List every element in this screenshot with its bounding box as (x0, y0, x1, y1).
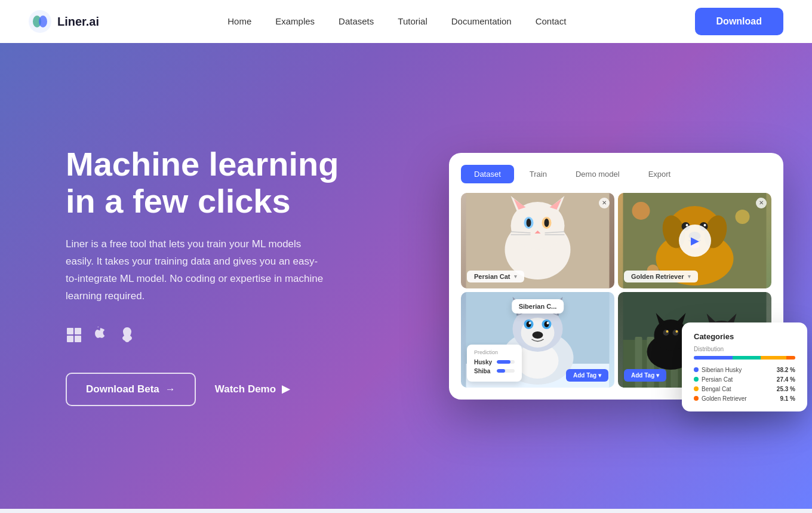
svg-point-25 (736, 210, 750, 224)
bar-seg-husky (694, 356, 733, 360)
nav-contact[interactable]: Contact (536, 16, 567, 26)
category-row-1: Persian Cat 27.4 % (694, 376, 795, 383)
siberian-tooltip: Siberian C... (512, 299, 564, 314)
brand-name: Liner.ai (57, 15, 99, 29)
cat-name-3: Golden Retriever (702, 395, 780, 402)
cat-dot-3 (694, 396, 699, 401)
svg-rect-3 (67, 328, 73, 334)
svg-point-72 (663, 330, 669, 336)
linux-icon (119, 327, 135, 348)
prediction-row-shiba: Shiba (474, 368, 515, 374)
os-icons (66, 327, 376, 348)
nav-links: Home Examples Datasets Tutorial Document… (227, 16, 566, 27)
category-row-0: Siberian Husky 38.2 % (694, 367, 795, 373)
hero-left: Machine learningin a few clicks Liner is… (66, 146, 376, 406)
svg-point-81 (676, 330, 678, 333)
download-beta-button[interactable]: Download Beta → (66, 373, 196, 406)
cat-image-box: ✕ Persian Cat ▾ (461, 193, 614, 288)
hero-section: Machine learningin a few clicks Liner is… (0, 43, 812, 509)
prediction-row-husky: Husky (474, 359, 515, 365)
download-beta-arrow: → (165, 383, 176, 395)
cat-dot-0 (694, 367, 699, 372)
cat-label[interactable]: Persian Cat ▾ (467, 271, 524, 282)
svg-point-35 (704, 224, 706, 226)
bar-seg-bengal (761, 356, 786, 360)
svg-point-53 (547, 322, 549, 324)
nav-tutorial[interactable]: Tutorial (398, 16, 427, 26)
svg-point-52 (529, 322, 531, 324)
husky-image-box: Siberian C... Prediction Husky Shiba (461, 292, 614, 388)
brand-logo[interactable]: Liner.ai (29, 10, 99, 33)
navbar: Liner.ai Home Examples Datasets Tutorial… (0, 0, 812, 43)
cat-name-0: Siberian Husky (702, 367, 777, 373)
svg-point-73 (673, 330, 679, 336)
nav-home[interactable]: Home (227, 16, 251, 26)
svg-rect-4 (75, 328, 81, 334)
prediction-title: Prediction (474, 349, 515, 355)
hero-buttons: Download Beta → Watch Demo ▶ (66, 373, 376, 406)
svg-rect-6 (75, 336, 81, 342)
mockup-tabs: Dataset Train Demo model Export (461, 165, 771, 183)
prediction-bar-fill-husky (497, 360, 510, 364)
categories-title: Categories (694, 332, 795, 341)
prediction-bar-shiba (497, 369, 515, 373)
svg-point-16 (527, 219, 531, 227)
cat-dot-1 (694, 377, 699, 382)
categories-card: Categories Distribution Siberian Husky 3… (682, 322, 807, 411)
tab-dataset[interactable]: Dataset (461, 165, 514, 183)
category-row-3: Golden Retriever 9.1 % (694, 395, 795, 402)
golden-label[interactable]: Golden Retriever ▾ (624, 271, 698, 282)
category-row-2: Bengal Cat 25.3 % (694, 386, 795, 392)
svg-point-2 (39, 16, 47, 27)
cat-dot-2 (694, 386, 699, 391)
tab-export[interactable]: Export (635, 165, 684, 183)
svg-point-54 (533, 331, 543, 339)
tab-train[interactable]: Train (516, 165, 560, 183)
cat-pct-1: 27.4 % (777, 376, 795, 383)
watch-demo-button[interactable]: Watch Demo ▶ (215, 383, 290, 395)
apple-icon (93, 327, 109, 348)
distribution-label: Distribution (694, 346, 795, 352)
cat-pct-3: 9.1 % (780, 395, 795, 402)
cat-close-btn[interactable]: ✕ (599, 198, 610, 208)
prediction-bar-husky (497, 360, 515, 364)
play-button[interactable]: ▶ (679, 225, 711, 257)
svg-point-17 (545, 219, 549, 227)
cat-name-1: Persian Cat (702, 376, 777, 383)
nav-download-button[interactable]: Download (695, 8, 783, 35)
nav-datasets[interactable]: Datasets (339, 16, 374, 26)
bar-seg-golden (786, 356, 795, 360)
tab-demo-model[interactable]: Demo model (562, 165, 633, 183)
hero-right: Dataset Train Demo model Export (376, 153, 783, 400)
dark-dogs-add-tag[interactable]: Add Tag ▾ (624, 369, 666, 382)
windows-icon (66, 327, 82, 348)
husky-add-tag[interactable]: Add Tag ▾ (566, 369, 608, 382)
prediction-box: Prediction Husky Shiba (467, 345, 522, 382)
cat-pct-0: 38.2 % (777, 367, 795, 373)
nav-examples[interactable]: Examples (275, 16, 315, 26)
golden-image-box: ✕ Golden Retriever ▾ ▶ (618, 193, 771, 288)
distribution-bar (694, 356, 795, 360)
golden-close-btn[interactable]: ✕ (756, 198, 767, 208)
cat-name-2: Bengal Cat (702, 386, 777, 392)
svg-point-24 (632, 202, 650, 220)
hero-description: Liner is a free tool that lets you train… (66, 236, 328, 305)
cat-pct-2: 25.3 % (777, 386, 795, 392)
watch-demo-arrow: ▶ (282, 383, 290, 395)
prediction-bar-fill-shiba (497, 369, 505, 373)
nav-documentation[interactable]: Documentation (451, 16, 512, 26)
svg-rect-5 (67, 336, 73, 342)
logo-icon (29, 10, 51, 33)
categories-rows: Siberian Husky 38.2 % Persian Cat 27.4 %… (694, 367, 795, 402)
svg-point-80 (666, 330, 669, 333)
hero-title: Machine learningin a few clicks (66, 146, 376, 219)
bar-seg-persian (733, 356, 761, 360)
app-mockup: Dataset Train Demo model Export (449, 153, 783, 400)
